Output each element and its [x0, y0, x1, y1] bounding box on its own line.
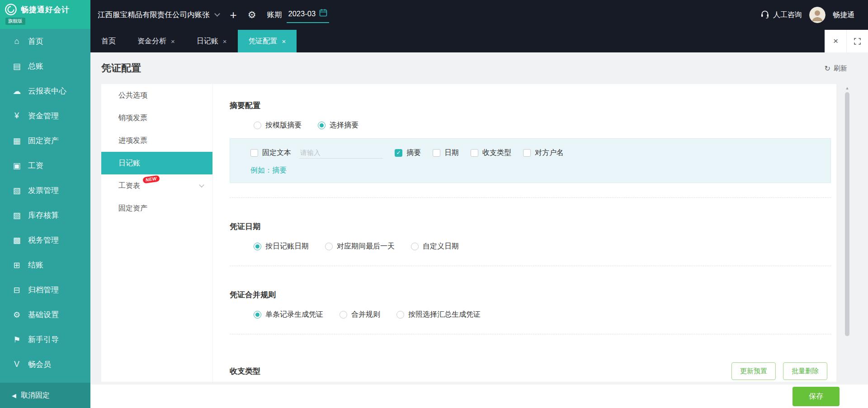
- add-account-button[interactable]: +: [230, 9, 237, 21]
- checkbox-label: 对方户名: [535, 148, 564, 158]
- config-nav-sales-invoice[interactable]: 销项发票: [101, 107, 212, 129]
- tab-home[interactable]: 首页: [90, 30, 127, 52]
- summary-example-text: 例如：摘要: [250, 166, 821, 175]
- nav-item-label: 公共选项: [118, 91, 147, 100]
- radio-custom-date[interactable]: 自定义日期: [411, 242, 459, 251]
- tab-bar: 首页 资金分析 × 日记账 × 凭证配置 × ×: [90, 30, 868, 52]
- radio-merge-rule[interactable]: 合并规则: [340, 310, 380, 319]
- scrollbar-thumb[interactable]: [845, 92, 849, 336]
- save-button[interactable]: 保存: [793, 387, 840, 406]
- app-title: 畅捷通好会计: [21, 5, 70, 15]
- sidebar-item-label: 基础设置: [28, 310, 59, 320]
- checkbox-summary[interactable]: 摘要: [395, 148, 421, 158]
- sidebar-item-general-ledger[interactable]: ▤总账: [0, 54, 90, 79]
- config-nav-purchase-invoice[interactable]: 进项发票: [101, 129, 212, 152]
- update-preset-button[interactable]: 更新预置: [731, 362, 776, 380]
- accounting-period: 账期 2023-03: [267, 7, 330, 23]
- fixed-text-input[interactable]: [299, 147, 383, 159]
- content-area: 凭证配置 ↻ 刷新 公共选项 销项发票 进项发票 日记账 工资表 NEW: [90, 52, 868, 382]
- unpin-sidebar-button[interactable]: ◀ 取消固定: [0, 383, 90, 408]
- config-nav-journal[interactable]: 日记账: [101, 152, 212, 174]
- checkbox-label: 收支类型: [482, 148, 511, 158]
- cloud-report-icon: ☁: [12, 86, 22, 96]
- close-all-tabs-button[interactable]: ×: [825, 30, 846, 52]
- radio-period-last-day[interactable]: 对应期间最后一天: [325, 242, 395, 251]
- period-picker[interactable]: 2023-03: [287, 7, 330, 23]
- summary-section-title: 摘要配置: [230, 100, 831, 111]
- topbar-right-group: 人工咨询 畅捷通: [760, 7, 854, 23]
- sidebar-item-home[interactable]: ⌂首页: [0, 29, 90, 54]
- user-brand-label[interactable]: 畅捷通: [833, 10, 854, 20]
- radio-icon: [254, 311, 261, 319]
- close-icon[interactable]: ×: [171, 38, 175, 45]
- sidebar-item-inventory[interactable]: ▨库存核算: [0, 203, 90, 228]
- checkbox-fixed-text[interactable]: 固定文本: [250, 148, 291, 158]
- tab-fund-analysis[interactable]: 资金分析 ×: [127, 30, 186, 52]
- radio-icon: [396, 311, 404, 319]
- sidebar-item-guide[interactable]: ⚑新手引导: [0, 327, 90, 352]
- close-icon[interactable]: ×: [223, 38, 227, 45]
- sidebar-item-cloud-reports[interactable]: ☁云报表中心: [0, 79, 90, 103]
- radio-icon: [254, 122, 261, 129]
- refresh-label: 刷新: [834, 64, 847, 73]
- config-nav-fixed-assets[interactable]: 固定资产: [101, 197, 212, 220]
- config-nav-salary-sheet[interactable]: 工资表 NEW: [101, 174, 212, 197]
- consult-label: 人工咨询: [773, 10, 802, 20]
- checkbox-income-type[interactable]: 收支类型: [471, 148, 511, 158]
- nav-item-label: 进项发票: [118, 136, 147, 145]
- section-divider: [230, 197, 831, 198]
- sidebar-item-salary[interactable]: ▣工资: [0, 153, 90, 178]
- sidebar-item-label: 畅会员: [28, 359, 51, 370]
- guide-icon: ⚑: [12, 335, 22, 345]
- sidebar-item-closing[interactable]: ⊞结账: [0, 253, 90, 277]
- app-window: 畅捷通好会计 旗舰版 ⌂首页 ▤总账 ☁云报表中心 ¥资金管理 ▦固定资产 ▣工…: [0, 0, 868, 408]
- config-nav-public-options[interactable]: 公共选项: [101, 84, 212, 107]
- scroll-up-icon[interactable]: ▲: [844, 86, 850, 90]
- radio-icon: [318, 122, 326, 129]
- radio-journal-date[interactable]: 按日记账日期: [254, 242, 309, 251]
- radio-template-summary[interactable]: 按模版摘要: [254, 121, 302, 130]
- fullscreen-button[interactable]: [846, 30, 868, 52]
- sidebar-item-invoice[interactable]: ▧发票管理: [0, 178, 90, 203]
- settings-icon: ⚙: [12, 310, 22, 320]
- company-selector[interactable]: 江西服宝精品有限责任公司内账张: [98, 10, 219, 20]
- close-icon[interactable]: ×: [282, 38, 286, 45]
- checkbox-counterparty[interactable]: 对方户名: [523, 148, 564, 158]
- tab-journal[interactable]: 日记账 ×: [186, 30, 238, 52]
- radio-label: 单条记录生成凭证: [265, 310, 323, 319]
- headset-icon: [760, 9, 769, 20]
- radio-icon: [411, 243, 419, 250]
- refresh-button[interactable]: ↻ 刷新: [825, 64, 847, 73]
- tab-voucher-config[interactable]: 凭证配置 ×: [238, 30, 297, 52]
- nav-item-label: 工资表: [118, 181, 140, 191]
- sidebar-item-funds[interactable]: ¥资金管理: [0, 103, 90, 128]
- income-type-section-title: 收支类型: [230, 366, 260, 376]
- tax-icon: ▩: [12, 235, 22, 245]
- manual-consult-button[interactable]: 人工咨询: [760, 9, 802, 20]
- gear-icon[interactable]: ⚙: [248, 9, 256, 20]
- checkbox-date[interactable]: 日期: [433, 148, 459, 158]
- avatar[interactable]: [809, 7, 826, 23]
- sidebar-item-member[interactable]: V畅会员: [0, 352, 90, 377]
- sidebar-item-archive[interactable]: ⊟归档管理: [0, 277, 90, 302]
- sidebar-item-label: 新手引导: [28, 334, 59, 345]
- voucher-config-card: 公共选项 销项发票 进项发票 日记账 工资表 NEW 固定资产 摘要配置: [101, 84, 836, 382]
- radio-select-summary[interactable]: 选择摘要: [318, 121, 359, 130]
- batch-delete-button[interactable]: 批量删除: [783, 362, 827, 380]
- merge-rule-radio-group: 单条记录生成凭证 合并规则 按照选择汇总生成凭证: [254, 310, 831, 319]
- radio-label: 选择摘要: [330, 121, 359, 130]
- closing-icon: ⊞: [12, 260, 22, 270]
- sidebar-item-label: 结账: [28, 260, 43, 270]
- radio-summary-generate[interactable]: 按照选择汇总生成凭证: [396, 310, 481, 319]
- sidebar-item-label: 归档管理: [28, 285, 59, 295]
- sidebar-item-settings[interactable]: ⚙基础设置: [0, 302, 90, 327]
- config-panel: 摘要配置 按模版摘要 选择摘要: [213, 84, 836, 382]
- radio-single-record[interactable]: 单条记录生成凭证: [254, 310, 323, 319]
- radio-label: 对应期间最后一天: [337, 242, 395, 251]
- sidebar-item-tax[interactable]: ▩税务管理: [0, 228, 90, 253]
- tab-label: 日记账: [197, 37, 218, 46]
- sidebar-item-label: 总账: [28, 61, 43, 71]
- page-header: 凭证配置 ↻ 刷新: [90, 52, 868, 84]
- checkbox-icon: [250, 149, 258, 157]
- sidebar-item-fixed-assets[interactable]: ▦固定资产: [0, 128, 90, 153]
